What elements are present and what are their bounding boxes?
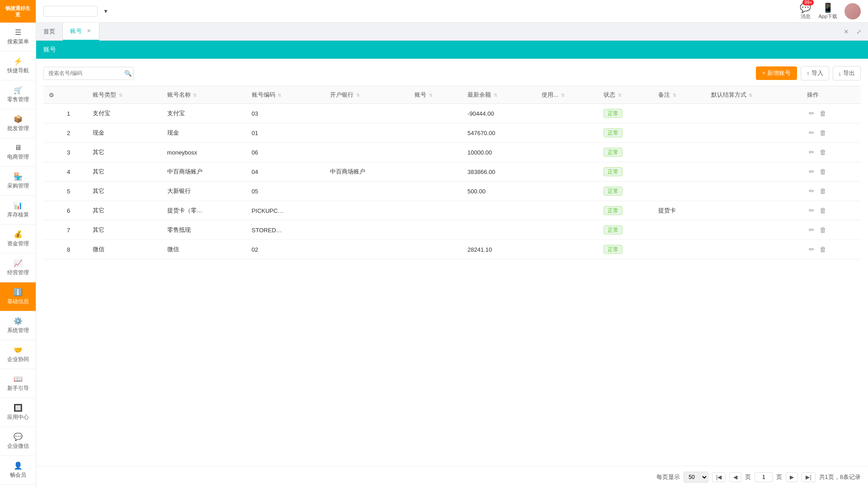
- sidebar-item-member[interactable]: 👤 畅会员: [0, 456, 36, 485]
- page-label: 页: [745, 473, 751, 481]
- cell-account-name: 支付宝: [162, 104, 246, 123]
- delete-btn[interactable]: 🗑: [818, 128, 828, 137]
- edit-btn[interactable]: ✏: [807, 108, 816, 118]
- tab-account-close[interactable]: ✕: [85, 28, 92, 34]
- sidebar-item-finance-mgmt[interactable]: 💰 资金管理: [0, 225, 36, 253]
- delete-btn[interactable]: 🗑: [818, 225, 828, 235]
- export-button[interactable]: ↓ 导出: [833, 66, 861, 80]
- edit-btn[interactable]: ✏: [807, 225, 816, 235]
- delete-btn[interactable]: 🗑: [818, 167, 828, 176]
- page-size-select[interactable]: 50 20 100: [684, 472, 708, 483]
- cell-default-settlement: [706, 221, 802, 240]
- content-area: 🔍 + 新增账号 ↑ 导入 ↓ 导出 ⚙ 账: [36, 59, 868, 466]
- page-prev-btn[interactable]: ◀: [729, 472, 741, 482]
- pagination-row: 每页显示 50 20 100 |◀ ◀ 页 页 ▶ ▶| 共1页，8条记录: [36, 466, 868, 488]
- delete-btn[interactable]: 🗑: [818, 147, 828, 157]
- tabbar-expand-btn[interactable]: ⤢: [854, 26, 864, 37]
- cell-status: 正常: [598, 104, 653, 123]
- delete-btn[interactable]: 🗑: [818, 186, 828, 196]
- topbar: ▼ 💬 99+ 消息 📱 App下载: [36, 0, 868, 23]
- cell-no: 6: [61, 201, 87, 221]
- cell-account-code: 04: [246, 162, 325, 182]
- cell-status: 正常: [598, 221, 653, 240]
- add-account-button[interactable]: + 新增账号: [756, 66, 797, 80]
- cell-no: 1: [61, 104, 87, 123]
- sidebar-item-quick-nav[interactable]: ⚡ 快捷导航: [0, 52, 36, 80]
- app-logo: 畅捷通好生意: [0, 0, 36, 23]
- topbar-dropdown[interactable]: ▼: [103, 8, 108, 14]
- sidebar-item-system-mgmt[interactable]: ⚙️ 系统管理: [0, 311, 36, 340]
- sidebar-item-retail-mgmt[interactable]: 🛒 零售管理: [0, 80, 36, 109]
- cell-usage: [536, 240, 598, 259]
- cell-status: 正常: [598, 162, 653, 182]
- topbar-search-input[interactable]: [43, 6, 98, 17]
- cell-balance: [462, 201, 536, 221]
- th-bank[interactable]: 开户银行 ⇅: [325, 86, 409, 104]
- sidebar-item-app-center[interactable]: 🔲 应用中心: [0, 398, 36, 427]
- sidebar-item-enterprise-agreement[interactable]: 🤝 企业协同: [0, 340, 36, 369]
- edit-btn[interactable]: ✏: [807, 186, 816, 196]
- app-download-btn[interactable]: 📱 App下载: [818, 2, 837, 20]
- member-icon: 👤: [4, 461, 32, 470]
- sidebar-item-basic-info[interactable]: ℹ️ 基础信息: [0, 282, 36, 311]
- edit-btn[interactable]: ✏: [807, 244, 816, 254]
- edit-btn[interactable]: ✏: [807, 128, 816, 138]
- cell-account-code: 03: [246, 104, 325, 123]
- cell-status: 正常: [598, 143, 653, 162]
- cell-usage: [536, 221, 598, 240]
- cell-account-name: 大新银行: [162, 182, 246, 201]
- sidebar-item-ecommerce-mgmt[interactable]: 🖥 电商管理: [0, 138, 36, 167]
- th-status[interactable]: 状态 ⇅: [598, 86, 653, 104]
- delete-btn[interactable]: 🗑: [818, 108, 828, 118]
- cell-remark: [653, 143, 706, 162]
- sidebar-item-operations-mgmt[interactable]: 📈 经营管理: [0, 253, 36, 282]
- th-account[interactable]: 账号 ⇅: [409, 86, 462, 104]
- sidebar-item-search-menu[interactable]: ☰ 搜索菜单: [0, 23, 36, 52]
- sidebar-item-label: 经营管理: [4, 269, 32, 277]
- quick-nav-icon: ⚡: [4, 57, 32, 66]
- th-gear[interactable]: ⚙: [43, 86, 61, 104]
- cell-usage: [536, 104, 598, 123]
- sidebar-item-label: 电商管理: [4, 153, 32, 161]
- message-btn[interactable]: 💬 99+ 消息: [800, 2, 811, 20]
- tabbar: 首页 账号 ✕ ✕ ⤢: [36, 23, 868, 41]
- th-account-name[interactable]: 账号名称 ⇅: [162, 86, 246, 104]
- sidebar: 畅捷通好生意 ☰ 搜索菜单 ⚡ 快捷导航 🛒 零售管理 📦 批发管理 🖥 电商管…: [0, 0, 36, 488]
- th-balance[interactable]: 最新余额 ⇅: [462, 86, 536, 104]
- search-button[interactable]: 🔍: [121, 67, 134, 80]
- page-next-btn[interactable]: ▶: [786, 472, 798, 482]
- sidebar-item-label: 新手引导: [4, 385, 32, 392]
- th-account-type[interactable]: 账号类型 ⇅: [87, 86, 161, 104]
- cell-usage: [536, 143, 598, 162]
- sidebar-item-wholesale-mgmt[interactable]: 📦 批发管理: [0, 109, 36, 138]
- delete-btn[interactable]: 🗑: [818, 206, 828, 215]
- edit-btn[interactable]: ✏: [807, 206, 816, 216]
- page-last-btn[interactable]: ▶|: [802, 472, 815, 482]
- sidebar-item-purchase-mgmt[interactable]: 🏪 采购管理: [0, 167, 36, 196]
- tab-account[interactable]: 账号 ✕: [63, 23, 99, 41]
- cell-account-code: PICKUPC…: [246, 201, 325, 221]
- tabbar-close-btn[interactable]: ✕: [841, 26, 852, 37]
- sidebar-item-label: 快捷导航: [4, 67, 32, 75]
- page-input[interactable]: [755, 472, 773, 482]
- account-search-input[interactable]: [44, 67, 121, 79]
- th-account-code[interactable]: 账号编码 ⇅: [246, 86, 325, 104]
- tab-home[interactable]: 首页: [36, 23, 63, 41]
- edit-btn[interactable]: ✏: [807, 147, 816, 157]
- th-usage[interactable]: 使用... ⇅: [536, 86, 598, 104]
- delete-btn[interactable]: 🗑: [818, 244, 828, 254]
- th-remark[interactable]: 备注 ⇅: [653, 86, 706, 104]
- cell-usage: [536, 201, 598, 221]
- user-avatar[interactable]: [844, 3, 861, 19]
- cell-no: 2: [61, 123, 87, 143]
- cell-gear: [43, 182, 61, 201]
- sidebar-item-inventory[interactable]: 📊 库存核算: [0, 196, 36, 225]
- th-default-settlement[interactable]: 默认结算方式 ⇅: [706, 86, 802, 104]
- cell-usage: [536, 182, 598, 201]
- page-first-btn[interactable]: |◀: [712, 472, 726, 482]
- sidebar-item-enterprise-wechat[interactable]: 💬 企业微信: [0, 427, 36, 456]
- system-icon: ⚙️: [4, 317, 32, 325]
- import-button[interactable]: ↑ 导入: [801, 66, 829, 80]
- sidebar-item-new-guide[interactable]: 📖 新手引导: [0, 369, 36, 398]
- edit-btn[interactable]: ✏: [807, 167, 816, 177]
